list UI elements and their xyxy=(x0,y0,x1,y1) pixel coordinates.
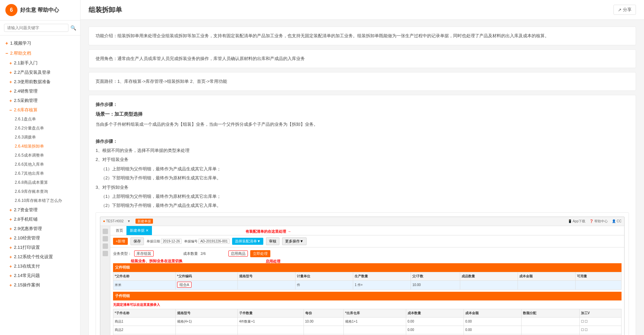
sidebar-item-partial-count[interactable]: 2.6.2分量盘点单 xyxy=(15,124,80,133)
sidebar-item-coupon[interactable]: + 2.9优惠券管理 xyxy=(9,224,80,233)
mock-confirm-btn[interactable]: 立即处理 xyxy=(250,250,270,257)
sidebar-item-mobile[interactable]: + 2.8手机旺铺 xyxy=(9,215,80,224)
step3-1: （1）上部明细为父件明细，最终作为原材料生成其它出库单； xyxy=(96,192,629,200)
mock-nav-icon-2 xyxy=(103,236,108,241)
label-inventory: 2.6库存核算 xyxy=(14,107,38,113)
upper-col-name: *父件名称 xyxy=(113,272,176,281)
mock-audit-btn[interactable]: 审核 xyxy=(266,237,279,245)
share-button[interactable]: ↗ 分享 xyxy=(613,5,636,15)
mock-upper-section-label: 父件明细 xyxy=(113,263,622,272)
lower-r1-per: 10.00 xyxy=(304,318,344,326)
lower-r1-name: 商品1 xyxy=(113,318,176,326)
content-area: 功能介绍：组装拆卸单用来处理企业组装或拆卸等加工业务，支持有固定装配清单的产品加… xyxy=(80,20,644,335)
label-pre-data: 2.3使用前数据准备 xyxy=(14,79,51,85)
step1: 1、根据不同的业务，选择不同单据的类型来处理 xyxy=(96,147,629,154)
mock-new-btn[interactable]: +新增 xyxy=(113,238,128,245)
sidebar-header: 6 好生意 帮助中心 xyxy=(0,0,80,20)
mock-nav-icon-1 xyxy=(103,229,108,234)
mock-tab-home[interactable]: 首页 xyxy=(112,226,126,235)
lower-r1-alloc xyxy=(522,318,579,326)
upper-col-finish-qty: 成品数量 xyxy=(460,272,518,281)
minus-icon-inventory: − xyxy=(9,108,12,113)
annotation2-label: 组装业务、拆卸业务在这里切换 xyxy=(131,258,182,265)
step2-1: （1）上部明细为父件明细，最终作为产成品生成其它入库单； xyxy=(96,165,629,173)
lower-col-qty: 每份 xyxy=(304,309,344,318)
lower-r1-wh: 规格1+1 xyxy=(344,318,406,326)
lower-r2-per xyxy=(304,326,344,334)
mock-nav-icon-3 xyxy=(103,243,108,249)
mock-help-icon: ❓ 帮助中心 xyxy=(589,218,608,224)
sidebar-item-cost-recalc[interactable]: 2.6.8商品成本重算 xyxy=(15,178,80,187)
share-icon: ↗ xyxy=(618,7,622,12)
mock-tab-new-order[interactable]: 新建单据 ✕ xyxy=(126,226,152,235)
sidebar-item-capital[interactable]: + 2.7资金管理 xyxy=(9,205,80,215)
sidebar-item-cases[interactable]: + 2.15操作案例 xyxy=(9,280,80,290)
lower-r2-wh xyxy=(344,326,406,334)
sidebar-item-new-user[interactable]: + 2.1新手入门 xyxy=(9,58,80,68)
upper-cell-ratio: 10.00 xyxy=(411,281,460,290)
step2-2: （2）下部明细为子件明细，最终作为原材料生成其它出库单。 xyxy=(96,174,629,182)
lower-r1-cost-qty: 0.00 xyxy=(406,318,464,326)
sidebar-item-inventory[interactable]: − 2.6库存核算 xyxy=(9,105,80,115)
sidebar-item-stock-query[interactable]: 2.6.9库存账本查询 xyxy=(15,187,80,196)
mock-biz-type-value[interactable]: 库存组装 xyxy=(134,250,154,257)
mock-qty-label: 成本数量 xyxy=(183,250,198,257)
mock-screenshot: ● TEST-H002 ▼ 新建单据 📱 App下载 ❓ 帮助中心 👤 CC xyxy=(100,217,625,335)
sidebar-item-other-out[interactable]: 2.6.7其他出库单 xyxy=(15,169,80,178)
sidebar-item-videos[interactable]: + 1.视频学习 xyxy=(0,38,80,48)
search-input[interactable] xyxy=(4,24,68,32)
sidebar-item-help-docs[interactable]: − 2.帮助文档 xyxy=(0,48,80,58)
sidebar-item-stock-count[interactable]: 2.6.1盘点单 xyxy=(15,115,80,124)
mock-order-no-field: 单据编号 AD-20191226-001 xyxy=(184,238,229,244)
sidebar-item-pre-data[interactable]: + 2.3使用前数据准备 xyxy=(9,77,80,87)
main-header: 组装拆卸单 ↗ 分享 xyxy=(80,0,644,20)
lower-col-warehouse: *出库仓库 xyxy=(344,309,406,318)
lower-r2-v: ☐ ☐ xyxy=(579,326,621,334)
sidebar-item-assembly[interactable]: 2.6.4组装拆卸单 xyxy=(15,142,80,151)
label-install: 2.2产品安装及登录 xyxy=(14,69,51,75)
mock-date-field: 单据日期 2019-12-26 xyxy=(147,238,181,244)
label-faq: 2.14常见问题 xyxy=(14,273,40,279)
search-button[interactable]: 🔍 xyxy=(70,25,76,31)
mock-enable-input[interactable]: 启用商品 xyxy=(228,250,248,257)
sidebar-item-sales[interactable]: + 2.4销售管理 xyxy=(9,87,80,96)
upper-col-cost: 成本金额 xyxy=(518,272,576,281)
sidebar-item-stock-error[interactable]: 2.6.10库存账本错了怎么办 xyxy=(15,196,80,205)
lower-r2-alloc xyxy=(522,326,579,334)
scene1-title: 场景一：加工类型选择 xyxy=(96,110,629,118)
sidebar-item-install-login[interactable]: + 2.2产品安装及登录 xyxy=(9,68,80,77)
sidebar-item-purchase[interactable]: + 2.5采购管理 xyxy=(9,96,80,105)
mock-lower-section-label: 子件明细 xyxy=(113,292,622,300)
plus-icon-sales: + xyxy=(9,89,12,94)
nav-section-videos: + 1.视频学习 xyxy=(0,38,80,48)
role-card: 使用角色：通常由生产人员或库管人员完成拆装业务的操作，库管人员确认原材料的出库和… xyxy=(89,49,636,68)
sidebar-item-other-in[interactable]: 2.6.6其他入库单 xyxy=(15,160,80,169)
lower-r2-cost-qty: 0.00 xyxy=(406,326,464,334)
mock-sidebar-mini xyxy=(100,226,110,335)
minus-icon: − xyxy=(5,51,8,56)
lower-r1-cost-amt: 0.00 xyxy=(464,318,522,326)
mock-save-btn[interactable]: 保存 xyxy=(130,237,144,245)
sidebar-item-cost-adjust[interactable]: 2.6.5成本调整单 xyxy=(15,151,80,160)
intro-card: 功能介绍：组装拆卸单用来处理企业组装或拆卸等加工业务，支持有固定装配清单的产品加… xyxy=(89,26,636,45)
lower-col-alloc: 数额分配 xyxy=(522,309,579,318)
mock-main-area: 首页 新建单据 ✕ +新增 保存 单据日期 2019-12-26 单据编号 AD… xyxy=(110,226,624,335)
upper-cell-name: 米米 xyxy=(113,281,176,290)
mock-select-bom-btn[interactable]: 选择装配清单▼ xyxy=(232,238,263,245)
label-system-config: 2.12系统个性化设置 xyxy=(14,254,53,260)
mock-more-btn[interactable]: 更多操作▼ xyxy=(282,237,307,245)
table-row: 商品1 规格(4+1) 4件数量+1 10.00 规格1+1 0.00 0.00 xyxy=(113,318,622,326)
sidebar-item-transfer[interactable]: 2.6.3调拨单 xyxy=(15,133,80,142)
sidebar-item-faq[interactable]: + 2.14常见问题 xyxy=(9,271,80,280)
mock-enable-area: 启用商品 启用处理 立即处理 xyxy=(228,250,270,257)
sidebar-item-print[interactable]: + 2.11打印设置 xyxy=(9,243,80,252)
sidebar-item-ops[interactable]: + 2.10经营管理 xyxy=(9,233,80,243)
path-card: 页面路径：1、库存核算->库存管理->组装拆卸单 2、首页->常用功能 xyxy=(89,72,636,91)
plus-icon-pre-data: + xyxy=(9,79,12,85)
upper-cell-code-input[interactable]: 组合A xyxy=(177,282,192,288)
plus-icon: + xyxy=(5,41,8,46)
sidebar-item-online-pay[interactable]: + 2.13在线支付 xyxy=(9,262,80,271)
lower-col-name: *子件名称 xyxy=(113,309,176,318)
sidebar-item-system-config[interactable]: + 2.12系统个性化设置 xyxy=(9,252,80,262)
nav-tree: + 1.视频学习 − 2.帮助文档 + 2.1新手入门 + 2.2产品安装及登录 xyxy=(0,36,80,335)
